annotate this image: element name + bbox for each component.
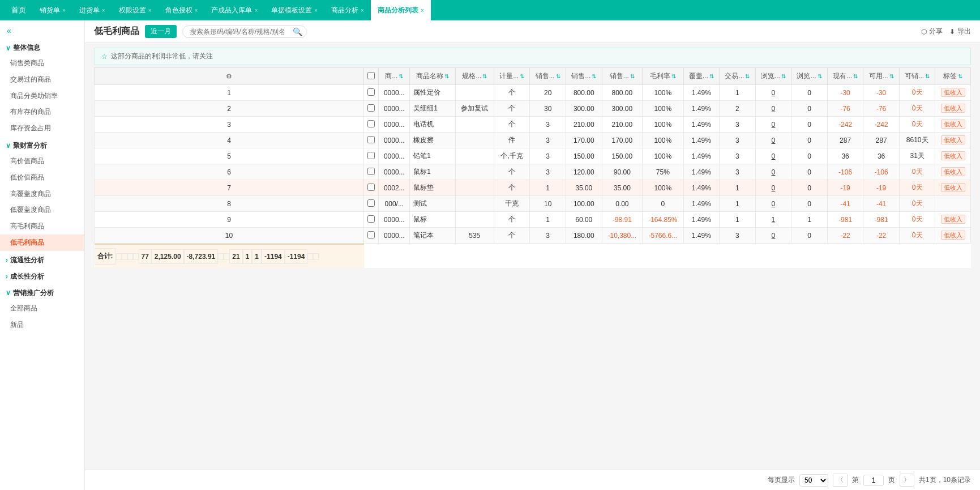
th-cover[interactable]: 覆盖...⇅	[683, 68, 720, 85]
cell-checkbox[interactable]	[364, 164, 379, 180]
sidebar-item-high-coverage[interactable]: 高覆盖度商品	[0, 186, 84, 202]
sidebar-group-growth-arrow[interactable]: ›	[6, 272, 8, 280]
th-gross[interactable]: 毛利率⇅	[643, 68, 683, 85]
sidebar-group-overall-arrow[interactable]: ∨	[6, 44, 11, 52]
cell-checkbox[interactable]	[364, 180, 379, 196]
th-spec[interactable]: 规格...⇅	[455, 68, 494, 85]
sidebar-item-stock-capital[interactable]: 库存资金占用	[0, 120, 84, 137]
sidebar-item-all-goods[interactable]: 全部商品	[0, 300, 84, 317]
share-button[interactable]: ⬡ 分享	[921, 27, 943, 36]
cell-browse1[interactable]: 1	[755, 212, 791, 228]
row-checkbox[interactable]	[367, 136, 375, 143]
nav-goods-analysis[interactable]: 商品分析 ×	[324, 0, 371, 20]
sidebar-collapse-btn[interactable]: «	[5, 24, 14, 37]
search-input[interactable]	[182, 25, 307, 38]
cell-checkbox[interactable]	[364, 101, 379, 117]
nav-sales-order[interactable]: 销货单 ×	[33, 0, 72, 20]
th-stock3[interactable]: 可销...⇅	[899, 68, 935, 85]
row-checkbox[interactable]	[367, 168, 375, 175]
close-role-auth-icon[interactable]: ×	[195, 7, 198, 14]
sidebar-item-high-value[interactable]: 高价值商品	[0, 153, 84, 169]
sidebar-item-traded-goods[interactable]: 交易过的商品	[0, 71, 84, 88]
nav-template-settings[interactable]: 单据模板设置 ×	[264, 0, 324, 20]
cell-trade: 3	[720, 117, 756, 133]
row-checkbox[interactable]	[367, 184, 375, 191]
row-checkbox[interactable]	[367, 120, 375, 127]
cell-checkbox[interactable]	[364, 196, 379, 212]
th-unit[interactable]: 计量...⇅	[494, 68, 530, 85]
row-checkbox[interactable]	[367, 231, 375, 238]
cell-browse1[interactable]: 0	[755, 85, 791, 101]
close-product-inbound-icon[interactable]: ×	[254, 7, 258, 14]
prev-page-button[interactable]: 〈	[833, 474, 848, 487]
th-name[interactable]: 商品名称⇅	[410, 68, 455, 85]
nav-product-inbound[interactable]: 产成品入库单 ×	[204, 0, 264, 20]
th-checkbox[interactable]	[364, 68, 379, 85]
cell-gross: 100%	[643, 101, 683, 117]
select-all-checkbox[interactable]	[367, 72, 375, 79]
cell-browse1[interactable]: 0	[755, 164, 791, 180]
close-goods-analysis-list-icon[interactable]: ×	[421, 7, 424, 14]
row-checkbox[interactable]	[367, 199, 375, 207]
th-browse1[interactable]: 浏览...⇅	[755, 68, 791, 85]
cell-checkbox[interactable]	[364, 85, 379, 101]
close-purchase-order-icon[interactable]: ×	[102, 7, 105, 14]
row-checkbox[interactable]	[367, 88, 375, 96]
th-sale3[interactable]: 销售...⇅	[602, 68, 643, 85]
close-goods-analysis-icon[interactable]: ×	[361, 7, 364, 14]
cell-checkbox[interactable]	[364, 133, 379, 148]
sidebar-item-new-goods[interactable]: 新品	[0, 317, 84, 333]
cell-browse1[interactable]: 0	[755, 133, 791, 148]
sidebar-item-category-rate[interactable]: 商品分类助销率	[0, 88, 84, 104]
th-browse2[interactable]: 浏览...⇅	[791, 68, 828, 85]
cell-browse1[interactable]: 0	[755, 228, 791, 244]
page-label: 第	[852, 475, 859, 485]
export-button[interactable]: ⬇ 导出	[949, 27, 971, 36]
date-filter-button[interactable]: 近一月	[145, 25, 177, 38]
row-checkbox[interactable]	[367, 152, 375, 159]
cell-checkbox[interactable]	[364, 212, 379, 228]
next-page-button[interactable]: 〉	[900, 474, 914, 487]
row-checkbox[interactable]	[367, 104, 375, 112]
cell-browse1[interactable]: 0	[755, 101, 791, 117]
sidebar-item-sales-goods[interactable]: 销售类商品	[0, 55, 84, 71]
sidebar-item-low-margin[interactable]: 低毛利商品	[0, 235, 84, 251]
close-permission-settings-icon[interactable]: ×	[148, 7, 152, 14]
sidebar-item-high-margin[interactable]: 高毛利商品	[0, 218, 84, 235]
nav-purchase-order[interactable]: 进货单 ×	[72, 0, 112, 20]
sidebar-item-low-value[interactable]: 低价值商品	[0, 169, 84, 186]
th-stock2[interactable]: 可用...⇅	[863, 68, 900, 85]
nav-permission-settings[interactable]: 权限设置 ×	[112, 0, 159, 20]
cell-browse1[interactable]: 0	[755, 180, 791, 196]
search-icon[interactable]: 🔍	[293, 27, 302, 36]
close-sales-order-icon[interactable]: ×	[62, 7, 66, 14]
nav-role-auth[interactable]: 角色授权 ×	[159, 0, 205, 20]
table-row: 1 0000... 属性定价 个 20 800.00 800.00 100% 1…	[95, 85, 971, 101]
th-settings[interactable]: ⚙	[95, 68, 364, 85]
page-number-input[interactable]	[863, 475, 884, 486]
sidebar-item-low-coverage[interactable]: 低覆盖度商品	[0, 202, 84, 218]
tag-badge: 低收入	[941, 104, 965, 113]
nav-home[interactable]: 首页	[5, 0, 33, 20]
sidebar-group-wealth-arrow[interactable]: ∨	[6, 142, 11, 150]
cell-browse1[interactable]: 0	[755, 196, 791, 212]
cell-checkbox[interactable]	[364, 228, 379, 244]
row-checkbox[interactable]	[367, 215, 375, 223]
close-template-settings-icon[interactable]: ×	[314, 7, 318, 14]
cell-checkbox[interactable]	[364, 148, 379, 164]
sidebar-group-liquidity-arrow[interactable]: ›	[6, 256, 8, 264]
per-page-select[interactable]: 50 100 200	[799, 474, 828, 487]
th-sale2[interactable]: 销售...⇅	[566, 68, 602, 85]
th-stock1[interactable]: 现有...⇅	[827, 68, 863, 85]
sidebar-item-in-stock[interactable]: 有库存的商品	[0, 104, 84, 120]
th-trade[interactable]: 交易...⇅	[720, 68, 756, 85]
th-code[interactable]: 商...⇅	[379, 68, 410, 85]
nav-goods-analysis-list[interactable]: 商品分析列表 ×	[371, 0, 431, 20]
cell-browse1[interactable]: 0	[755, 117, 791, 133]
table-container[interactable]: ⚙ 商...⇅ 商品名称⇅ 规格...⇅ 计量...⇅ 销售...⇅ 销售...…	[85, 67, 980, 470]
th-tag[interactable]: 标签⇅	[935, 68, 971, 85]
cell-browse1[interactable]: 0	[755, 148, 791, 164]
cell-checkbox[interactable]	[364, 117, 379, 133]
sidebar-group-marketing-arrow[interactable]: ∨	[6, 289, 11, 297]
th-sale1[interactable]: 销售...⇅	[530, 68, 566, 85]
